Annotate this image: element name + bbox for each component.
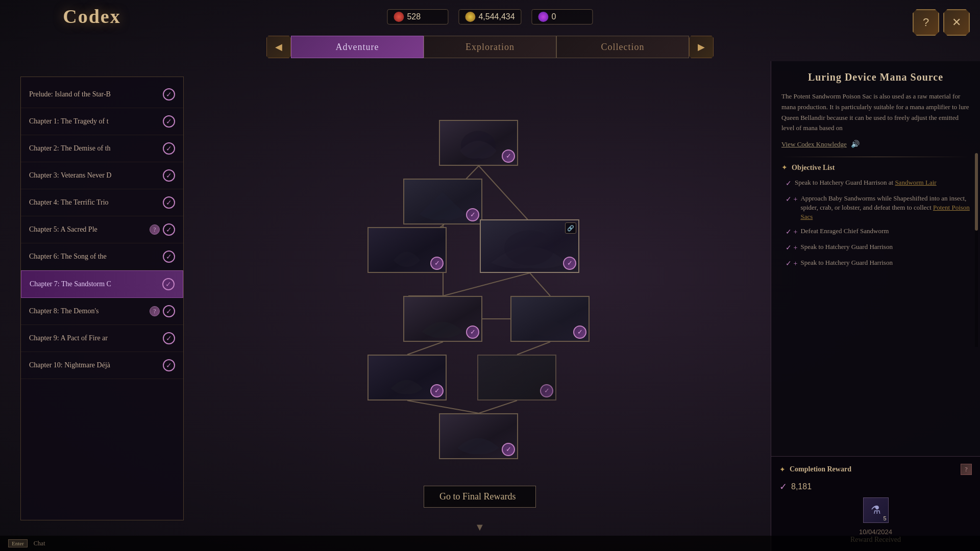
check-badge-9: ✓ (502, 443, 515, 456)
reward-item-icon: ⚗ (871, 504, 881, 517)
chapter-item-6[interactable]: Chapter 6: The Song of the✓ (21, 243, 183, 270)
chapter-icons-5: ?✓ (150, 223, 175, 236)
check-badge-2: ✓ (466, 208, 479, 221)
objective-item-2: ✓ +Defeat Enraged Chief Sandworm (786, 227, 970, 237)
bottom-bar: Enter Chat (0, 536, 980, 551)
quest-node-4[interactable]: 🔗 ✓ (480, 219, 579, 273)
tab-collection[interactable]: Collection (556, 36, 689, 58)
check-badge-6: ✓ (573, 325, 586, 339)
svg-point-13 (504, 231, 554, 266)
quest-node-6[interactable]: ✓ (510, 296, 590, 342)
chapter-name-5: Chapter 5: A Sacred Ple (29, 226, 150, 234)
chapter-icons-1: ✓ (163, 115, 175, 128)
bottom-decoration: ▼ (475, 521, 485, 533)
help-button[interactable]: ? (913, 9, 939, 36)
completion-header: ✦ Completion Reward ? (779, 464, 972, 475)
question-badge-5: ? (150, 224, 160, 235)
chapter-check-8: ✓ (163, 305, 175, 317)
objective-link-1[interactable]: Potent Poison Sacs (800, 204, 969, 220)
svg-line-7 (517, 342, 550, 355)
completion-title: Completion Reward (790, 465, 851, 473)
chapter-name-8: Chapter 8: The Demon's (29, 307, 150, 315)
panel-divider-1 (781, 157, 970, 157)
chapter-icons-9: ✓ (163, 332, 175, 344)
question-badge-8: ? (150, 306, 160, 316)
obj-check-0: ✓ (786, 179, 792, 189)
currency-value-purple: 0 (552, 12, 556, 21)
obj-plus-2: ✓ + (786, 227, 797, 237)
final-rewards-button[interactable]: Go to Final Rewards (424, 486, 536, 508)
chapter-item-9[interactable]: Chapter 9: A Pact of Fire ar✓ (21, 325, 183, 352)
objective-section-icon: ✦ (781, 163, 788, 172)
chapter-item-2[interactable]: Chapter 2: The Demise of th✓ (21, 135, 183, 162)
deco-corner-tl (20, 77, 35, 91)
objective-section-title: Objective List (792, 164, 835, 172)
objective-text-3: Speak to Hatchery Guard Harrison (800, 242, 893, 252)
panel-scrollbar[interactable] (975, 153, 978, 347)
quest-node-2[interactable]: ✓ (403, 179, 482, 224)
chapter-item-1[interactable]: Chapter 1: The Tragedy of t✓ (21, 108, 183, 135)
tab-exploration[interactable]: Exploration (424, 36, 556, 58)
chapter-icons-3: ✓ (163, 169, 175, 182)
view-codex-row: View Codex Knowledge 🔊 (781, 140, 970, 148)
panel-description: The Potent Sandworm Poison Sac is also u… (781, 91, 970, 134)
quest-node-1[interactable]: ✓ (439, 120, 518, 166)
chapter-item-4[interactable]: Chapter 4: The Terrific Trio✓ (21, 189, 183, 216)
panel-scrollbar-thumb (975, 153, 978, 231)
reward-item-1: ⚗ 5 (863, 497, 889, 523)
quest-tree: ✓ ✓ ✓ (327, 120, 633, 477)
chapter-icons-7: ✓ (162, 278, 175, 290)
chapter-item-0[interactable]: Prelude: Island of the Star-B✓ (21, 81, 183, 108)
chapter-item-3[interactable]: Chapter 3: Veterans Never D✓ (21, 162, 183, 189)
header: Codex 528 4,544,434 0 ? ✕ (0, 5, 980, 28)
check-badge-5: ✓ (466, 325, 479, 339)
check-badge-4: ✓ (563, 257, 576, 270)
currency-value-red: 528 (407, 12, 421, 21)
objective-link-0[interactable]: Sandworm Lair (895, 179, 936, 186)
deco-corner-bl (20, 506, 35, 520)
view-codex-link[interactable]: View Codex Knowledge (781, 140, 847, 148)
quest-node-9[interactable]: ✓ (439, 413, 518, 459)
quest-node-7[interactable]: ✓ (368, 355, 447, 400)
objective-text-4: Speak to Hatchery Guard Harrison (800, 258, 893, 267)
link-badge-4: 🔗 (565, 222, 576, 234)
obj-plus-4: ✓ + (786, 259, 797, 269)
chapter-item-8[interactable]: Chapter 8: The Demon's?✓ (21, 298, 183, 325)
chapter-check-3: ✓ (163, 169, 175, 182)
currency-item-gold: 4,544,434 (458, 9, 521, 24)
objective-text-1: Approach Baby Sandworms while Shapeshift… (800, 194, 970, 222)
chapter-check-7: ✓ (162, 278, 175, 290)
close-button[interactable]: ✕ (943, 9, 970, 36)
tab-arrow-right[interactable]: ▶ (689, 36, 714, 58)
deco-corner-tr (169, 77, 184, 91)
tab-arrow-left[interactable]: ◀ (266, 36, 291, 58)
chapter-check-4: ✓ (163, 196, 175, 209)
chapter-name-6: Chapter 6: The Song of the (29, 253, 163, 261)
check-badge-1: ✓ (502, 149, 515, 163)
chapter-item-7[interactable]: Chapter 7: The Sandstorm C✓ (21, 270, 183, 298)
currency-value-gold: 4,544,434 (478, 12, 514, 21)
chapter-name-3: Chapter 3: Veterans Never D (29, 171, 163, 180)
svg-line-8 (407, 400, 479, 413)
objective-item-1: ✓ +Approach Baby Sandworms while Shapesh… (786, 194, 970, 222)
objective-item-3: ✓ +Speak to Hatchery Guard Harrison (786, 242, 970, 253)
tab-navigation: ◀ Adventure Exploration Collection ▶ (0, 36, 980, 58)
chapter-icons-6: ✓ (163, 251, 175, 263)
chapter-name-0: Prelude: Island of the Star-B (29, 90, 163, 98)
currency-bar: 528 4,544,434 0 (387, 9, 593, 24)
chapter-item-5[interactable]: Chapter 5: A Sacred Ple?✓ (21, 216, 183, 243)
chapter-icons-4: ✓ (163, 196, 175, 209)
chat-label: Chat (34, 540, 45, 547)
speaker-icon[interactable]: 🔊 (851, 140, 860, 148)
chapter-check-10: ✓ (163, 359, 175, 371)
quest-node-3[interactable]: ✓ (368, 227, 447, 273)
quest-node-8[interactable]: ✓ (477, 355, 556, 400)
completion-question-btn[interactable]: ? (961, 464, 972, 475)
obj-plus-3: ✓ + (786, 243, 797, 253)
chapter-name-1: Chapter 1: The Tragedy of t (29, 117, 163, 126)
tab-adventure[interactable]: Adventure (291, 36, 424, 58)
quest-node-5[interactable]: ✓ (403, 296, 482, 342)
chapter-item-10[interactable]: Chapter 10: Nightmare Déjà✓ (21, 352, 183, 379)
objective-text-0: Speak to Hatchery Guard Harrison at Sand… (795, 178, 937, 187)
header-buttons: ? ✕ (913, 9, 970, 36)
